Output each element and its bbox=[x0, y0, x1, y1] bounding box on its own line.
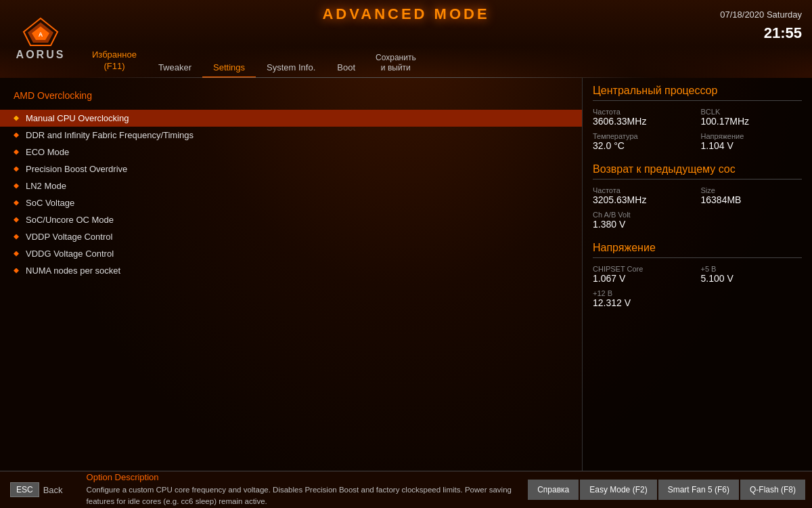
plus12-cell: +12 В 12.312 V bbox=[593, 289, 802, 308]
amd-oc-title: AMD Overclocking bbox=[0, 85, 582, 106]
prev-chvolt-label: Ch A/B Volt bbox=[593, 211, 802, 219]
prev-freq-label: Частота bbox=[593, 186, 694, 194]
main-content: AMD Overclocking Manual CPU Overclocking… bbox=[0, 78, 812, 471]
bullet-icon bbox=[14, 167, 19, 172]
bottom-buttons: Справка Easy Mode (F2) Smart Fan 5 (F6) … bbox=[528, 480, 812, 500]
esc-button[interactable]: ESC Back bbox=[0, 482, 73, 497]
cpu-freq-cell: Частота 3606.33MHz bbox=[593, 108, 694, 127]
chipset-value: 1.067 V bbox=[593, 273, 694, 284]
plus12-value: 12.312 V bbox=[593, 297, 802, 308]
prev-size-label: Size bbox=[701, 186, 803, 194]
cpu-temp-value: 32.0 °C bbox=[593, 140, 694, 151]
bullet-icon bbox=[14, 133, 19, 138]
prev-chvolt-cell: Ch A/B Volt 1.380 V bbox=[593, 211, 802, 230]
nav-item-settings[interactable]: Settings bbox=[202, 57, 256, 78]
easy-mode-button[interactable]: Easy Mode (F2) bbox=[580, 480, 656, 500]
menu-item-soc-volt[interactable]: SoC Voltage bbox=[0, 194, 582, 211]
bullet-icon bbox=[14, 200, 19, 206]
bullet-icon bbox=[14, 217, 19, 223]
option-desc-title: Option Description bbox=[87, 472, 515, 482]
plus5-label: +5 В bbox=[701, 265, 803, 273]
menu-item-ddr[interactable]: DDR and Infinity Fabric Frequency/Timing… bbox=[0, 127, 582, 144]
nav-area: Избранное (F11) Tweaker Settings System … bbox=[81, 41, 656, 78]
menu-item-numa[interactable]: NUMA nodes per socket bbox=[0, 262, 582, 279]
option-desc-text: Configure a custom CPU core frequency an… bbox=[87, 484, 515, 508]
nav-item-tweaker[interactable]: Tweaker bbox=[148, 57, 202, 78]
left-panel: AMD Overclocking Manual CPU Overclocking… bbox=[0, 78, 582, 471]
plus12-label: +12 В bbox=[593, 289, 802, 297]
prev-freq-value: 3205.63MHz bbox=[593, 194, 694, 205]
svg-text:A: A bbox=[38, 31, 43, 38]
nav-item-favorites[interactable]: Избранное (F11) bbox=[81, 44, 148, 78]
smart-fan-button[interactable]: Smart Fan 5 (F6) bbox=[658, 480, 739, 500]
mode-title: ADVANCED MODE bbox=[322, 5, 489, 23]
bclk-value: 100.17MHz bbox=[701, 116, 803, 127]
cpu-info-grid: Частота 3606.33MHz BCLK 100.17MHz Темпер… bbox=[593, 108, 802, 151]
nav-underline bbox=[81, 77, 656, 78]
cpu-volt-label: Напряжение bbox=[701, 132, 803, 140]
prev-section-title: Возврат к предыдущему сос bbox=[593, 163, 802, 179]
voltage-section-title: Напряжение bbox=[593, 242, 802, 258]
cpu-temp-label: Температура bbox=[593, 132, 694, 140]
chipset-cell: CHIPSET Core 1.067 V bbox=[593, 265, 694, 284]
chipset-label: CHIPSET Core bbox=[593, 265, 694, 273]
cpu-freq-value: 3606.33MHz bbox=[593, 116, 694, 127]
nav-item-save[interactable]: Сохранить и выйти bbox=[366, 49, 426, 78]
option-description: Option Description Configure a custom CP… bbox=[73, 469, 528, 508]
bullet-icon bbox=[14, 268, 19, 274]
back-label: Back bbox=[43, 485, 63, 495]
logo-area: A AORUS bbox=[0, 0, 81, 78]
prev-size-value: 16384MB bbox=[701, 194, 803, 205]
bclk-cell: BCLK 100.17MHz bbox=[701, 108, 803, 127]
prev-info-grid: Частота 3205.63MHz Size 16384MB Ch A/B V… bbox=[593, 186, 802, 230]
right-panel: Центральный процессор Частота 3606.33MHz… bbox=[582, 78, 812, 471]
voltage-info-grid: CHIPSET Core 1.067 V +5 В 5.100 V +12 В … bbox=[593, 265, 802, 308]
bullet-icon bbox=[14, 251, 19, 257]
esc-key-icon: ESC bbox=[10, 482, 39, 497]
header: A AORUS ADVANCED MODE Избранное (F11) Tw… bbox=[0, 0, 812, 78]
aorus-logo-icon: A bbox=[22, 17, 60, 47]
prev-chvolt-value: 1.380 V bbox=[593, 219, 802, 230]
menu-item-ln2[interactable]: LN2 Mode bbox=[0, 177, 582, 194]
menu-item-eco[interactable]: ECO Mode bbox=[0, 144, 582, 161]
cpu-volt-cell: Напряжение 1.104 V bbox=[701, 132, 803, 151]
nav-item-boot[interactable]: Boot bbox=[326, 57, 366, 78]
bullet-icon bbox=[14, 116, 19, 121]
help-button[interactable]: Справка bbox=[528, 480, 579, 500]
date-text: 07/18/2020 Saturday bbox=[720, 8, 802, 22]
menu-item-precision-boost[interactable]: Precision Boost Overdrive bbox=[0, 161, 582, 177]
nav-item-sysinfo[interactable]: System Info. bbox=[256, 57, 326, 78]
menu-item-vddg[interactable]: VDDG Voltage Control bbox=[0, 245, 582, 262]
bottom-bar: ESC Back Option Description Configure a … bbox=[0, 471, 812, 508]
menu-item-manual-oc[interactable]: Manual CPU Overclocking bbox=[0, 110, 582, 127]
prev-freq-cell: Частота 3205.63MHz bbox=[593, 186, 694, 205]
bullet-icon bbox=[14, 184, 19, 189]
cpu-section-title: Центральный процессор bbox=[593, 85, 802, 101]
bclk-label: BCLK bbox=[701, 108, 803, 116]
cpu-temp-cell: Температура 32.0 °C bbox=[593, 132, 694, 151]
datetime-display: 07/18/2020 Saturday 21:55 bbox=[720, 8, 802, 44]
cpu-volt-value: 1.104 V bbox=[701, 140, 803, 151]
voltage-info-section: Напряжение CHIPSET Core 1.067 V +5 В 5.1… bbox=[593, 242, 802, 308]
bullet-icon bbox=[14, 150, 19, 155]
cpu-freq-label: Частота bbox=[593, 108, 694, 116]
time-text: 21:55 bbox=[720, 22, 802, 44]
prev-size-cell: Size 16384MB bbox=[701, 186, 803, 205]
cpu-info-section: Центральный процессор Частота 3606.33MHz… bbox=[593, 85, 802, 151]
menu-item-vddp[interactable]: VDDP Voltage Control bbox=[0, 228, 582, 245]
logo-text: AORUS bbox=[16, 49, 66, 61]
qflash-button[interactable]: Q-Flash (F8) bbox=[740, 480, 805, 500]
menu-item-soc-uncore[interactable]: SoC/Uncore OC Mode bbox=[0, 211, 582, 228]
prev-info-section: Возврат к предыдущему сос Частота 3205.6… bbox=[593, 163, 802, 230]
plus5-cell: +5 В 5.100 V bbox=[701, 265, 803, 284]
bullet-icon bbox=[14, 234, 19, 240]
plus5-value: 5.100 V bbox=[701, 273, 803, 284]
